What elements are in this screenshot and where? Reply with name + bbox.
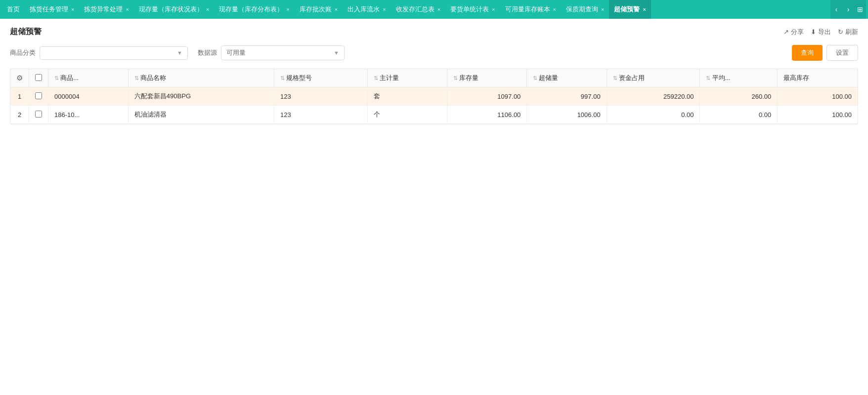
nav-tab-inout-flow-label: 出入库流水	[347, 5, 380, 14]
nav-tab-stock-status-close[interactable]: ×	[206, 6, 209, 12]
chevron-down-icon: ▼	[177, 50, 182, 56]
th-unit-label: 主计量	[380, 74, 399, 81]
product-code-1: 0000004	[54, 93, 80, 100]
data-table: ⚙ 商品... 商品名称 规格型号 主计量	[10, 69, 858, 124]
table-header-row: ⚙ 商品... 商品名称 规格型号 主计量	[10, 69, 858, 87]
nav-tab-home-label: 首页	[7, 5, 20, 14]
td-stock-1: 1097.00	[447, 87, 527, 106]
td-stock-2: 1106.00	[447, 106, 527, 124]
th-max-stock: 最高库存	[778, 69, 858, 87]
th-stock-label: 库存量	[459, 74, 478, 81]
unit-1: 套	[374, 92, 380, 100]
filter-category-select[interactable]: ▼	[40, 46, 188, 60]
td-unit-1: 套	[367, 87, 447, 106]
td-unit-2: 个	[367, 106, 447, 124]
nav-tab-overstock-warning[interactable]: 超储预警 ×	[609, 0, 651, 19]
filter-datasource-select[interactable]: 可用量 ▼	[221, 45, 345, 60]
filter-category-label: 商品分类	[10, 48, 36, 57]
td-overstock-2: 1006.00	[527, 106, 607, 124]
nav-tab-quality-check[interactable]: 保质期查询 ×	[561, 0, 609, 19]
nav-tab-stock-status-label: 现存量（库存状况表）	[139, 5, 203, 14]
page-container: 超储预警 ↗ 分享 ⬇ 导出 ↻ 刷新 商品分类 ▼ 数据源	[0, 19, 868, 395]
th-stock[interactable]: 库存量	[447, 69, 527, 87]
th-spec[interactable]: 规格型号	[274, 69, 367, 87]
nav-arrows: ‹ › ⊞	[830, 0, 866, 19]
row-checkbox-2[interactable]	[35, 111, 42, 118]
max-stock-1: 100.00	[832, 93, 852, 100]
table-row: 2 186-10... 机油滤清器 123 个	[10, 106, 858, 124]
datasource-chevron-down-icon: ▼	[334, 50, 339, 56]
nav-expand-button[interactable]: ⊞	[854, 0, 866, 19]
th-capital-label: 资金占用	[619, 74, 645, 81]
td-row-num-1: 1	[10, 87, 29, 106]
query-button[interactable]: 查询	[792, 45, 823, 61]
share-button[interactable]: ↗ 分享	[783, 28, 804, 37]
nav-tab-task-mgmt[interactable]: 拣货任务管理 ×	[25, 0, 79, 19]
export-icon: ⬇	[811, 28, 816, 36]
th-capital[interactable]: 资金占用	[607, 69, 700, 87]
avg-2: 0.00	[759, 111, 771, 118]
nav-tab-stock-dist-close[interactable]: ×	[286, 6, 289, 12]
nav-tab-order-stats-close[interactable]: ×	[492, 6, 495, 12]
nav-tab-order-stats[interactable]: 要货单统计表 ×	[445, 0, 500, 19]
nav-tab-stock-dist[interactable]: 现存量（库存分布表） ×	[214, 0, 294, 19]
td-product-code-1: 0000004	[48, 87, 129, 106]
refresh-button[interactable]: ↻ 刷新	[838, 28, 858, 37]
select-all-checkbox[interactable]	[35, 74, 42, 81]
td-avg-1: 260.00	[700, 87, 778, 106]
product-name-1: 六配套新昌490BPG	[134, 92, 191, 100]
overstock-2: 1006.00	[577, 111, 601, 118]
product-code-2: 186-10...	[54, 111, 80, 118]
nav-tab-home[interactable]: 首页	[2, 0, 25, 19]
nav-tab-abnormal-close[interactable]: ×	[126, 6, 129, 12]
td-row-num-2: 2	[10, 106, 29, 124]
th-avg[interactable]: 平均...	[700, 69, 778, 87]
nav-tab-batch-account[interactable]: 库存批次账 ×	[295, 0, 343, 19]
td-product-name-1: 六配套新昌490BPG	[128, 87, 274, 106]
stock-2: 1106.00	[497, 111, 521, 118]
th-product-code[interactable]: 商品...	[48, 69, 129, 87]
row-num-1: 1	[18, 93, 21, 100]
nav-tab-available-account-label: 可用量库存账本	[505, 5, 550, 14]
spec-2: 123	[280, 111, 291, 118]
nav-tab-quality-check-close[interactable]: ×	[601, 6, 604, 12]
nav-tab-abnormal[interactable]: 拣货异常处理 ×	[79, 0, 133, 19]
td-max-stock-1: 100.00	[778, 87, 858, 106]
nav-tab-task-mgmt-close[interactable]: ×	[71, 6, 74, 12]
nav-next-button[interactable]: ›	[842, 0, 854, 19]
nav-tab-recv-send[interactable]: 收发存汇总表 ×	[391, 0, 445, 19]
page-title: 超储预警	[10, 27, 42, 37]
avg-1: 260.00	[751, 93, 771, 100]
td-avg-2: 0.00	[700, 106, 778, 124]
nav-tab-inout-flow[interactable]: 出入库流水 ×	[343, 0, 391, 19]
export-label: 导出	[818, 28, 831, 37]
th-settings: ⚙	[10, 69, 29, 87]
share-label: 分享	[791, 28, 804, 37]
nav-tab-inout-flow-close[interactable]: ×	[383, 6, 386, 12]
column-settings-icon[interactable]: ⚙	[16, 74, 23, 82]
nav-tab-abnormal-label: 拣货异常处理	[84, 5, 123, 14]
th-product-name[interactable]: 商品名称	[128, 69, 274, 87]
th-overstock[interactable]: 超储量	[527, 69, 607, 87]
settings-button[interactable]: 设置	[826, 45, 858, 61]
nav-tab-available-account[interactable]: 可用量库存账本 ×	[500, 0, 561, 19]
nav-tab-quality-check-label: 保质期查询	[566, 5, 598, 14]
nav-tab-recv-send-close[interactable]: ×	[437, 6, 440, 12]
refresh-label: 刷新	[845, 28, 858, 37]
td-checkbox-1	[29, 87, 48, 106]
nav-tab-batch-account-close[interactable]: ×	[335, 6, 338, 12]
data-table-container: ⚙ 商品... 商品名称 规格型号 主计量	[10, 69, 858, 124]
nav-prev-button[interactable]: ‹	[830, 0, 842, 19]
nav-tab-overstock-warning-label: 超储预警	[614, 5, 640, 14]
nav-tab-available-account-close[interactable]: ×	[553, 6, 556, 12]
nav-tab-overstock-warning-close[interactable]: ×	[643, 6, 646, 12]
share-icon: ↗	[783, 28, 789, 36]
th-unit[interactable]: 主计量	[367, 69, 447, 87]
export-button[interactable]: ⬇ 导出	[811, 28, 831, 37]
row-checkbox-1[interactable]	[35, 92, 42, 99]
filter-category-value	[45, 49, 47, 57]
nav-tab-stock-status[interactable]: 现存量（库存状况表） ×	[134, 0, 214, 19]
max-stock-2: 100.00	[832, 111, 852, 118]
row-num-2: 2	[18, 111, 21, 118]
spec-1: 123	[280, 93, 291, 100]
